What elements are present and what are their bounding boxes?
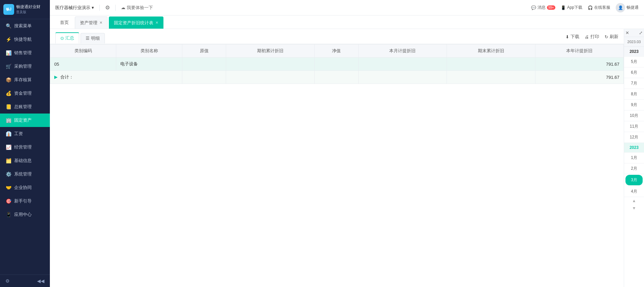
sidebar-item-guide[interactable]: 🎯 新手引导 (0, 194, 50, 208)
main-area: 医疗器械行业演示 ▾ ⚙ ☁ 我要体验一下 💬 消息 99+ 📱 App下载 � (50, 0, 644, 287)
cell-name: 电子设备 (116, 58, 182, 71)
sidebar-item-quick-nav[interactable]: ⚡ 快捷导航 (0, 33, 50, 46)
messages-label: 消息 (538, 5, 546, 10)
date-month-1[interactable]: 1月 (624, 153, 644, 163)
total-net (314, 71, 358, 84)
enterprise-icon: 🤝 (5, 185, 11, 190)
close-date-panel-icon[interactable]: ✕ (625, 30, 629, 35)
cell-original (182, 58, 226, 71)
total-original (182, 71, 226, 84)
date-year-2023[interactable]: 2023 (624, 143, 644, 153)
sub-tab-summary[interactable]: ⊙ 汇总 (55, 32, 79, 44)
tab-depreciation[interactable]: 固定资产折旧统计表 ✕ (109, 17, 163, 29)
sidebar-item-search[interactable]: 🔍 搜索菜单 (0, 19, 50, 33)
tab-home[interactable]: 首页 (55, 17, 73, 29)
date-month-6[interactable]: 6月 (624, 67, 644, 78)
download-button[interactable]: ⬇ 下载 (565, 34, 579, 40)
col-header-initial: 期初累计折旧 (226, 44, 314, 58)
sidebar-item-payroll[interactable]: 👔 工资 (0, 127, 50, 140)
col-header-period-end: 期末累计折旧 (447, 44, 535, 58)
app-download-label: App下载 (567, 5, 582, 10)
settings-icon[interactable]: ⚙ (5, 278, 10, 284)
app-download-action[interactable]: 📱 App下载 (561, 5, 582, 10)
sidebar-item-sales[interactable]: 📊 销售管理 (0, 46, 50, 60)
messages-icon: 💬 (531, 5, 536, 10)
tab-depreciation-close[interactable]: ✕ (155, 21, 158, 25)
sidebar-item-label: 经营管理 (14, 144, 32, 150)
depreciation-table: 类别编码 类别名称 原值 期初累计折旧 净值 本月计提折旧 期末累计折旧 本年计… (50, 44, 624, 84)
tab-asset-mgmt-label: 资产管理 (80, 20, 97, 26)
sidebar-item-system[interactable]: ⚙️ 系统管理 (0, 167, 50, 181)
summary-icon: ⊙ (60, 36, 64, 41)
expand-date-panel-icon[interactable]: ⤢ (639, 30, 643, 35)
messages-action[interactable]: 💬 消息 99+ (531, 5, 555, 10)
payroll-icon: 👔 (5, 131, 11, 136)
date-month-12[interactable]: 12月 (624, 132, 644, 143)
sales-icon: 📊 (5, 50, 11, 56)
experience-button[interactable]: ☁ 我要体验一下 (121, 5, 153, 11)
total-annual: 791.67 (535, 71, 623, 84)
sidebar-footer: ⚙ ◀◀ (0, 275, 50, 287)
topbar-right: 💬 消息 99+ 📱 App下载 🎧 在线客服 👤 畅捷通 (531, 3, 639, 12)
company-name: 医疗器械行业演示 (55, 5, 90, 11)
sidebar-item-label: 系统管理 (14, 171, 32, 177)
sidebar-item-label: 工资 (14, 131, 23, 137)
total-monthly (358, 71, 447, 84)
date-month-5[interactable]: 5月 (624, 57, 644, 67)
topbar-settings-icon[interactable]: ⚙ (105, 4, 110, 11)
sub-tab-summary-label: 汇总 (65, 35, 74, 41)
date-month-2[interactable]: 2月 (624, 163, 644, 174)
system-icon: ⚙️ (5, 171, 11, 177)
date-month-11[interactable]: 11月 (624, 121, 644, 132)
sidebar-item-ledger[interactable]: 📒 总账管理 (0, 100, 50, 114)
sidebar-item-purchase[interactable]: 🛒 采购管理 (0, 60, 50, 73)
date-month-8[interactable]: 8月 (624, 89, 644, 100)
date-next-icon[interactable]: ▼ (624, 204, 644, 212)
cell-period-end (447, 58, 535, 71)
sidebar-item-finance[interactable]: 💰 资金管理 (0, 87, 50, 100)
topbar: 医疗器械行业演示 ▾ ⚙ ☁ 我要体验一下 💬 消息 99+ 📱 App下载 � (50, 0, 644, 15)
inventory-icon: 📦 (5, 77, 11, 83)
sidebar-item-enterprise[interactable]: 🤝 企业协同 (0, 181, 50, 194)
collapse-sidebar-icon[interactable]: ◀◀ (37, 278, 44, 284)
sidebar-item-app-center[interactable]: 📱 应用中心 (0, 208, 50, 221)
operations-icon: 📈 (5, 145, 11, 150)
col-header-annual: 本年计提折旧 (535, 44, 623, 58)
tab-asset-mgmt[interactable]: 资产管理 ✕ (75, 17, 108, 29)
print-button[interactable]: 🖨 打印 (585, 34, 599, 40)
customer-service-action[interactable]: 🎧 在线客服 (588, 5, 610, 10)
app-title: 畅捷通好业财 (16, 4, 40, 10)
total-initial (226, 71, 314, 84)
cell-code: 05 (50, 58, 116, 71)
user-profile[interactable]: 👤 畅捷通 (616, 3, 639, 12)
topbar-left: 医疗器械行业演示 ▾ ⚙ ☁ 我要体验一下 (55, 4, 153, 11)
sidebar-item-label: 销售管理 (14, 50, 32, 56)
date-month-9[interactable]: 9月 (624, 100, 644, 110)
cell-net (314, 58, 358, 71)
download-icon: ⬇ (565, 34, 569, 39)
sidebar-item-inventory[interactable]: 📦 库存核算 (0, 73, 50, 87)
sidebar-item-fixed-assets[interactable]: 🏢 固定资产 (0, 114, 50, 127)
sidebar-item-operations[interactable]: 📈 经营管理 (0, 140, 50, 154)
tab-home-label: 首页 (60, 20, 69, 26)
purchase-icon: 🛒 (5, 64, 11, 69)
date-prev-icon[interactable]: ▲ (624, 197, 644, 204)
col-header-net: 净值 (314, 44, 358, 58)
company-selector[interactable]: 医疗器械行业演示 ▾ (55, 5, 94, 11)
tab-asset-mgmt-close[interactable]: ✕ (99, 21, 102, 25)
date-month-10[interactable]: 10月 (624, 110, 644, 121)
fixed-assets-icon: 🏢 (5, 118, 11, 123)
refresh-button[interactable]: ↻ 刷新 (605, 34, 618, 40)
sidebar-item-basic-info[interactable]: 🗂️ 基础信息 (0, 154, 50, 167)
date-month-3-active[interactable]: 3月 (625, 175, 643, 186)
date-month-4[interactable]: 4月 (624, 186, 644, 197)
sidebar-item-label: 库存核算 (14, 77, 32, 83)
sidebar-item-label: 企业协同 (14, 185, 32, 191)
download-label: 下载 (571, 34, 579, 40)
total-expand-icon[interactable]: ▶ (54, 74, 58, 79)
date-month-7[interactable]: 7月 (624, 78, 644, 89)
tab-depreciation-label: 固定资产折旧统计表 (114, 20, 153, 26)
sidebar-item-label: 资金管理 (14, 90, 32, 96)
customer-service-icon: 🎧 (588, 5, 593, 10)
sub-tab-detail[interactable]: ☰ 明细 (81, 33, 105, 43)
